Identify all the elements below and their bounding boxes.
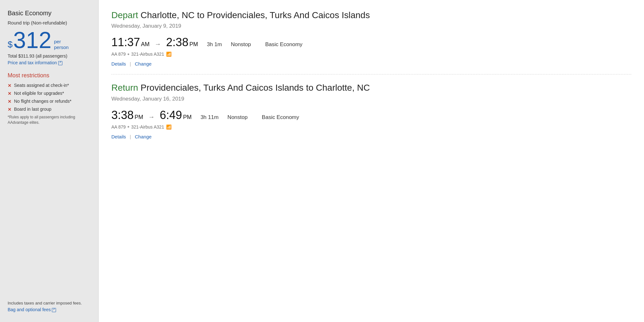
external-link-icon <box>58 61 62 65</box>
restrictions-title: Most restrictions <box>8 72 91 79</box>
includes-text: Includes taxes and carrier imposed fees. <box>8 301 91 305</box>
bag-fees-link[interactable]: Bag and optional fees <box>8 307 56 312</box>
restriction-x-icon: ✕ <box>8 83 11 88</box>
depart-flight-info: AA 879 321-Airbus A321 📶 <box>111 52 631 57</box>
external-link-icon <box>52 308 56 312</box>
return-flight-number: AA 879 <box>111 124 126 130</box>
return-date: Wednesday, January 16, 2019 <box>111 96 631 102</box>
depart-nonstop: Nonstop <box>231 41 256 48</box>
return-duration: 3h 11m <box>200 114 219 121</box>
price-tax-link[interactable]: Price and tax information <box>8 60 62 65</box>
sidebar: Basic Economy Round trip (Non-refundable… <box>0 0 99 322</box>
depart-cabin: Basic Economy <box>265 41 302 48</box>
restriction-x-icon: ✕ <box>8 107 11 112</box>
depart-dot-sep <box>128 53 129 55</box>
depart-details-link[interactable]: Details <box>111 61 126 66</box>
return-flight-links: Details | Change <box>111 134 631 139</box>
main-content: Depart Charlotte, NC to Providenciales, … <box>99 0 644 322</box>
depart-ampm: AM <box>141 41 150 48</box>
return-label: Return <box>111 83 138 93</box>
price-per-person: perperson <box>54 39 69 50</box>
price-row: $ 312 perperson <box>8 29 91 52</box>
return-depart-ampm: PM <box>135 114 143 121</box>
restriction-x-icon: ✕ <box>8 99 11 104</box>
restriction-item-3: ✕ No flight changes or refunds* <box>8 99 91 104</box>
depart-aircraft: 321-Airbus A321 <box>131 52 164 57</box>
price-dollar-sign: $ <box>8 40 13 49</box>
sidebar-title: Basic Economy <box>8 10 91 17</box>
return-arrive-ampm: PM <box>183 114 192 121</box>
depart-route: Charlotte, NC to Providenciales, Turks A… <box>141 10 370 20</box>
depart-change-link[interactable]: Change <box>135 61 152 66</box>
wifi-icon-return: 📶 <box>166 124 172 130</box>
depart-date: Wednesday, January 9, 2019 <box>111 23 631 29</box>
return-details-link[interactable]: Details <box>111 134 126 139</box>
depart-time: 11:37 <box>111 36 140 49</box>
return-times-row: 3:38 PM → 6:49 PM 3h 11m Nonstop Basic E… <box>111 108 631 122</box>
return-flight-info: AA 879 321-Airbus A321 📶 <box>111 124 631 130</box>
return-route-title: Return Providenciales, Turks And Caicos … <box>111 82 631 94</box>
depart-flight-links: Details | Change <box>111 61 631 66</box>
return-cabin: Basic Economy <box>262 114 299 121</box>
restriction-x-icon: ✕ <box>8 91 11 96</box>
wifi-icon: 📶 <box>166 52 172 57</box>
return-depart-time: 3:38 <box>111 108 134 122</box>
return-flight-section: Return Providenciales, Turks And Caicos … <box>111 82 631 139</box>
depart-arrive-ampm: PM <box>189 41 198 48</box>
depart-label: Depart <box>111 10 138 20</box>
depart-flight-section: Depart Charlotte, NC to Providenciales, … <box>111 10 631 66</box>
return-nonstop: Nonstop <box>228 114 253 121</box>
price-amount: 312 <box>13 29 52 52</box>
depart-route-title: Depart Charlotte, NC to Providenciales, … <box>111 10 631 21</box>
return-arrive-time: 6:49 <box>160 108 182 122</box>
depart-arrive-time: 2:38 <box>166 36 188 49</box>
return-aircraft: 321-Airbus A321 <box>131 124 164 130</box>
return-route: Providenciales, Turks And Caicos Islands… <box>141 83 370 93</box>
restriction-item-2: ✕ Not eligible for upgrades* <box>8 91 91 96</box>
flight-divider <box>111 74 631 74</box>
link-separator: | <box>130 61 131 66</box>
depart-flight-header: Depart Charlotte, NC to Providenciales, … <box>111 10 631 29</box>
return-change-link[interactable]: Change <box>135 134 152 139</box>
depart-times-row: 11:37 AM → 2:38 PM 3h 1m Nonstop Basic E… <box>111 36 631 49</box>
restrictions-note: *Rules apply to all passengers including… <box>8 115 91 125</box>
round-trip-label: Round trip (Non-refundable) <box>8 20 91 25</box>
restriction-item-4: ✕ Board in last group <box>8 107 91 112</box>
link-separator-2: | <box>130 134 131 139</box>
return-dot-sep <box>128 126 129 128</box>
restriction-item-1: ✕ Seats assigned at check-in* <box>8 83 91 88</box>
return-arrow: → <box>148 113 155 121</box>
price-total: Total $311.93 (all passengers) <box>8 53 91 59</box>
return-flight-header: Return Providenciales, Turks And Caicos … <box>111 82 631 102</box>
depart-duration: 3h 1m <box>207 41 222 48</box>
sidebar-footer: Includes taxes and carrier imposed fees.… <box>8 301 91 312</box>
depart-flight-number: AA 879 <box>111 52 126 57</box>
depart-arrow: → <box>155 40 161 48</box>
